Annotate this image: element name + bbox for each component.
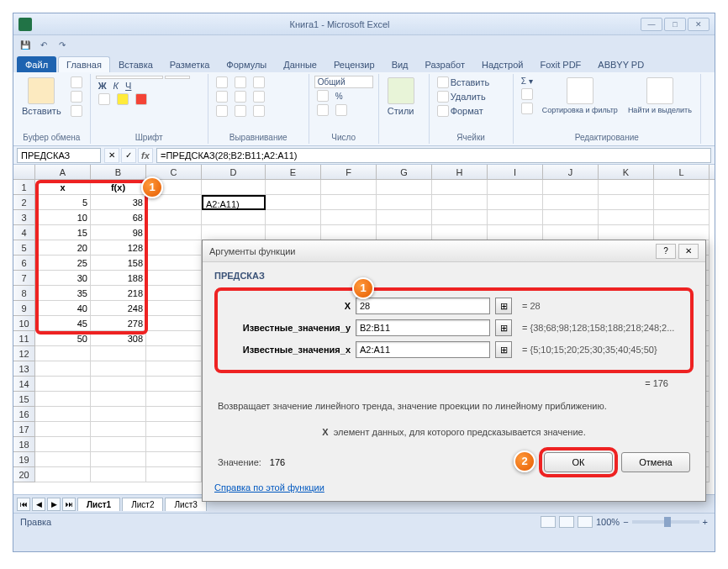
cell-B7[interactable]: 188 — [91, 271, 146, 286]
arg-input-y[interactable] — [356, 319, 490, 336]
col-head-F[interactable]: F — [321, 165, 377, 179]
find-select-button[interactable]: Найти и выделить — [625, 76, 695, 116]
cell-B1[interactable]: f(x) — [91, 180, 146, 195]
cell-C20[interactable] — [146, 467, 202, 482]
dialog-help-icon[interactable]: ? — [656, 244, 676, 259]
arg-input-xk[interactable] — [356, 341, 490, 358]
align-mid[interactable] — [232, 76, 249, 89]
cell-F2[interactable] — [321, 195, 377, 210]
number-format[interactable]: Общий — [314, 76, 373, 88]
cell-A15[interactable] — [35, 392, 91, 407]
row-head-1[interactable]: 1 — [13, 180, 35, 195]
insert-cells[interactable]: Вставить — [435, 76, 493, 89]
sheet-nav-prev[interactable]: ◀ — [32, 498, 45, 511]
range-selector-icon[interactable]: ⊞ — [495, 319, 512, 336]
cell-L1[interactable] — [654, 180, 710, 195]
cell-H1[interactable] — [432, 180, 488, 195]
close-button[interactable]: ✕ — [688, 18, 710, 31]
select-all-corner[interactable] — [13, 165, 35, 179]
cell-D4[interactable] — [202, 225, 266, 240]
row-head-2[interactable]: 2 — [13, 195, 35, 210]
cell-B3[interactable]: 68 — [91, 210, 146, 225]
cell-A2[interactable]: 5 — [35, 195, 91, 210]
cell-D3[interactable] — [202, 210, 266, 225]
name-box[interactable]: ПРЕДСКАЗ — [17, 148, 101, 163]
cell-A3[interactable]: 10 — [35, 210, 91, 225]
percent-button[interactable]: % — [333, 89, 346, 103]
cell-B14[interactable] — [91, 377, 146, 392]
save-icon[interactable]: 💾 — [18, 38, 32, 51]
sort-filter-button[interactable]: Сортировка и фильтр — [539, 76, 621, 116]
cell-F1[interactable] — [321, 180, 377, 195]
italic-button[interactable]: К — [111, 80, 121, 92]
tab-layout[interactable]: Разметка — [161, 56, 219, 72]
cell-C5[interactable] — [146, 240, 202, 256]
cell-L4[interactable] — [654, 225, 710, 240]
col-head-G[interactable]: G — [377, 165, 432, 179]
cell-D2[interactable]: A2:A11) — [202, 195, 266, 210]
cell-K2[interactable] — [599, 195, 654, 210]
tab-addins[interactable]: Надстрой — [473, 56, 531, 72]
range-selector-icon[interactable]: ⊞ — [495, 298, 512, 314]
row-head-14[interactable]: 14 — [13, 377, 35, 392]
cell-J4[interactable] — [543, 225, 599, 240]
cell-C14[interactable] — [146, 377, 202, 392]
format-painter-button[interactable] — [68, 104, 85, 118]
cell-C16[interactable] — [146, 407, 202, 422]
cell-C12[interactable] — [146, 346, 202, 361]
cell-B9[interactable]: 248 — [91, 301, 146, 316]
cut-button[interactable] — [68, 76, 85, 89]
fx-icon[interactable]: fx — [138, 148, 153, 163]
tab-file[interactable]: Файл — [17, 56, 56, 72]
cancel-button[interactable]: Отмена — [621, 452, 690, 472]
delete-cells[interactable]: Удалить — [435, 90, 493, 103]
col-head-B[interactable]: B — [91, 165, 146, 179]
cell-K1[interactable] — [599, 180, 654, 195]
zoom-slider[interactable] — [632, 520, 699, 524]
fill-color-button[interactable] — [114, 92, 131, 106]
cell-B5[interactable]: 128 — [91, 240, 146, 256]
border-button[interactable] — [96, 92, 113, 106]
styles-button[interactable]: Стили — [384, 76, 418, 118]
cell-A13[interactable] — [35, 361, 91, 377]
align-left[interactable] — [214, 90, 230, 103]
cell-G2[interactable] — [377, 195, 432, 210]
dialog-titlebar[interactable]: Аргументы функции ? ✕ — [203, 240, 705, 262]
cell-E4[interactable] — [266, 225, 321, 240]
fill-button[interactable] — [519, 87, 535, 101]
tab-insert[interactable]: Вставка — [110, 56, 161, 72]
cell-F4[interactable] — [321, 225, 377, 240]
confirm-formula-icon[interactable]: ✓ — [121, 148, 136, 163]
cell-C10[interactable] — [146, 316, 202, 331]
cell-H4[interactable] — [432, 225, 488, 240]
minimize-button[interactable]: — — [641, 18, 662, 31]
row-head-10[interactable]: 10 — [13, 316, 35, 331]
cell-A11[interactable]: 50 — [35, 331, 91, 346]
row-head-5[interactable]: 5 — [13, 240, 35, 256]
cell-K3[interactable] — [599, 210, 654, 225]
cell-C13[interactable] — [146, 361, 202, 377]
cell-H2[interactable] — [432, 195, 488, 210]
cell-D1[interactable] — [202, 180, 266, 195]
currency-button[interactable] — [314, 89, 331, 103]
zoom-thumb[interactable] — [664, 517, 671, 527]
sheet-nav-first[interactable]: ⏮ — [17, 498, 30, 511]
cell-A12[interactable] — [35, 346, 91, 361]
autosum-button[interactable]: Σ ▾ — [519, 76, 535, 87]
cell-I4[interactable] — [488, 225, 543, 240]
cell-A9[interactable]: 40 — [35, 301, 91, 316]
dec-decimal[interactable] — [333, 103, 350, 117]
cell-A7[interactable]: 30 — [35, 271, 91, 286]
cell-C8[interactable] — [146, 286, 202, 301]
cell-B4[interactable]: 98 — [91, 225, 146, 240]
cell-A20[interactable] — [35, 467, 91, 482]
col-head-D[interactable]: D — [202, 165, 266, 179]
tab-dev[interactable]: Разработ — [417, 56, 473, 72]
cell-C17[interactable] — [146, 422, 202, 437]
cell-A6[interactable]: 25 — [35, 256, 91, 271]
cell-B19[interactable] — [91, 452, 146, 467]
cell-B16[interactable] — [91, 407, 146, 422]
cell-I1[interactable] — [488, 180, 543, 195]
cell-B10[interactable]: 278 — [91, 316, 146, 331]
row-head-9[interactable]: 9 — [13, 301, 35, 316]
